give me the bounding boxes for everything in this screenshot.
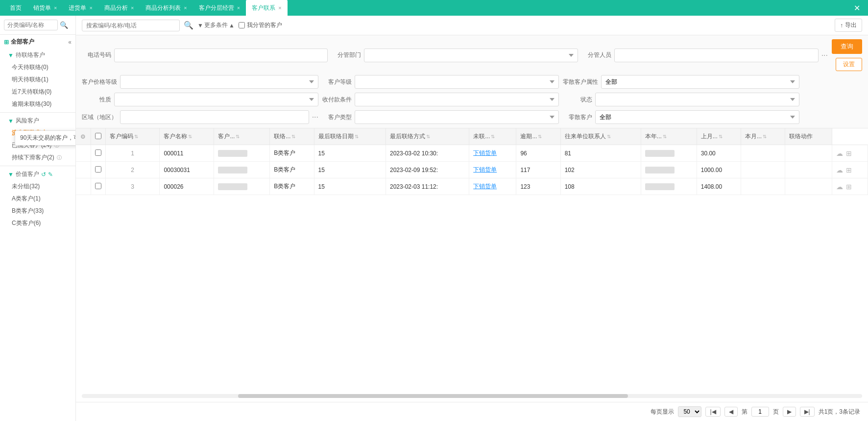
page-number-input[interactable] (751, 407, 769, 417)
sidebar-search-icon[interactable]: 🔍 (60, 21, 68, 29)
my-customers-checkbox-label[interactable]: 我分管的客户 (239, 21, 282, 29)
sidebar-risk-section[interactable]: ▼ 风险客户 (0, 115, 75, 127)
nature-label: 性质 (82, 96, 111, 104)
sidebar-item-ungrouped[interactable]: 未分组(32) (0, 180, 75, 193)
settings-button[interactable]: 设置 (836, 58, 862, 71)
action-grid-icon-1[interactable]: ⊞ (846, 166, 852, 174)
row-checkbox-cell-1[interactable] (91, 162, 105, 178)
row-last-method-2[interactable]: 下销货单 (469, 178, 516, 195)
row-actions-2[interactable]: ☁ ⊞ (832, 178, 868, 195)
close-sales-tab[interactable]: × (54, 5, 57, 11)
first-page-button[interactable]: |◀ (705, 407, 720, 417)
row-contact-0: 15 (314, 145, 386, 162)
row-actions-1[interactable]: ☁ ⊞ (832, 162, 868, 178)
filter-search-button[interactable]: 🔍 (184, 21, 193, 30)
row-last-method-1[interactable]: 下销货单 (469, 162, 516, 178)
top-bar: 首页 销货单 × 进货单 × 商品分析 × 商品分析列表 × 客户分层经营 × … (0, 0, 868, 16)
row-checkbox-0[interactable] (95, 149, 101, 156)
export-button[interactable]: ↑ 导出 (835, 19, 862, 32)
refresh-icon[interactable]: ↺ (41, 171, 46, 178)
zero-select[interactable]: 全部 (595, 110, 799, 124)
th-contacts: 往来单位联系人⇅ (560, 128, 641, 145)
customer-type-select[interactable] (355, 110, 559, 124)
action-chat-icon-2[interactable]: ☁ (836, 183, 843, 191)
prev-page-button[interactable]: ◀ (724, 407, 738, 417)
next-page-button[interactable]: ▶ (783, 407, 796, 417)
row-name-2 (214, 178, 270, 195)
tab-purchase[interactable]: 进货单 × (63, 0, 98, 16)
filter-search-input[interactable] (82, 20, 180, 31)
sidebar-pending-section[interactable]: ▼ 待联络客户 (0, 49, 75, 61)
tab-sales[interactable]: 销货单 × (27, 0, 63, 16)
row-unlisted-0: 96 (516, 145, 560, 162)
tab-customer-tier[interactable]: 客户分层经营 × (193, 0, 246, 16)
horizontal-scrollbar[interactable] (82, 394, 862, 398)
action-chat-icon-1[interactable]: ☁ (836, 166, 843, 174)
action-chat-icon-0[interactable]: ☁ (836, 149, 843, 157)
sidebar-item-declining[interactable]: 持续下滑客户(2) ⓘ (0, 151, 75, 164)
filter-payment-field: 收付款条件 (322, 93, 559, 106)
filter-price-level-field: 客户价格等级 (82, 75, 318, 89)
close-customer-contact-tab[interactable]: × (278, 5, 281, 11)
sidebar-item-overdue[interactable]: 逾期未联络(30) (0, 98, 75, 110)
sidebar-item-7days[interactable]: 近7天待联络(0) (0, 86, 75, 98)
th-settings[interactable]: ⚙ (76, 128, 91, 145)
th-checkbox[interactable] (91, 128, 105, 145)
sidebar-item-tomorrow[interactable]: 明天待联络(1) (0, 74, 75, 86)
tab-customer-contact[interactable]: 客户联系 × (246, 0, 287, 16)
sidebar-search-input[interactable] (4, 20, 58, 30)
price-level-select[interactable] (120, 75, 318, 89)
sidebar-all-customers[interactable]: ⊞ 全部客户 « (0, 35, 75, 49)
row-last-method-0[interactable]: 下销货单 (469, 145, 516, 162)
row-checkbox-cell-0[interactable] (91, 145, 105, 162)
row-actions-0[interactable]: ☁ ⊞ (832, 145, 868, 162)
close-purchase-tab[interactable]: × (89, 5, 92, 11)
window-close-button[interactable]: ✕ (850, 3, 864, 13)
filter-status-field: 状态 (563, 93, 799, 106)
sidebar-item-today[interactable]: 今天待联络(0) (0, 61, 75, 74)
close-product-analysis-tab[interactable]: × (131, 5, 134, 11)
arrow-down-icon-3: ▼ (8, 171, 14, 178)
query-button[interactable]: 查询 (832, 39, 862, 54)
region-more-icon[interactable]: ··· (312, 113, 318, 122)
level-select[interactable] (355, 75, 559, 89)
row-overdue-2: 108 (560, 178, 641, 195)
sidebar-value-section[interactable]: ▼ 价值客户 ↺ ✎ (0, 168, 75, 180)
sidebar-item-class-a[interactable]: A类客户(1) (0, 193, 75, 205)
filter-more-button[interactable]: ▼ 更多条件 ▲ (197, 21, 235, 29)
status-select[interactable] (595, 93, 799, 106)
row-gear-0 (76, 145, 91, 162)
close-product-list-tab[interactable]: × (184, 5, 187, 11)
zero-attr-select[interactable]: 全部 (601, 75, 799, 89)
churn-tooltip: 90天未交易的客户，可能有流失风险。 (15, 130, 76, 146)
sidebar-item-class-b[interactable]: B类客户(33) (0, 205, 75, 217)
row-checkbox-cell-2[interactable] (91, 178, 105, 195)
tab-product-list[interactable]: 商品分析列表 × (140, 0, 193, 16)
scroll-thumb[interactable] (238, 394, 628, 398)
per-page-select[interactable]: 50 (678, 406, 701, 417)
row-checkbox-2[interactable] (95, 183, 101, 189)
row-num-1: 2 (105, 162, 160, 178)
action-grid-icon-2[interactable]: ⊞ (846, 183, 852, 191)
nature-select[interactable] (114, 93, 318, 106)
phone-input[interactable] (114, 49, 328, 62)
edit-icon[interactable]: ✎ (48, 171, 53, 178)
payment-select[interactable] (355, 93, 559, 106)
manager-input[interactable] (614, 49, 819, 62)
close-customer-tier-tab[interactable]: × (237, 5, 240, 11)
dept-select[interactable] (364, 49, 578, 62)
row-checkbox-1[interactable] (95, 166, 101, 173)
arrow-down-icon-2: ▼ (8, 118, 14, 124)
price-level-label: 客户价格等级 (82, 78, 117, 86)
last-page-button[interactable]: ▶| (800, 407, 815, 417)
row-name-0 (214, 145, 270, 162)
my-customers-checkbox[interactable] (239, 22, 245, 28)
select-all-checkbox[interactable] (95, 133, 101, 139)
sidebar-item-class-c[interactable]: C类客户(6) (0, 217, 75, 229)
manager-more-icon[interactable]: ··· (821, 51, 828, 60)
tab-product-analysis[interactable]: 商品分析 × (98, 0, 140, 16)
customer-table: ⚙ 客户编码⇅ 客户名称⇅ 客户...⇅ 联络...⇅ 最后联络日期⇅ 最后联络… (76, 128, 868, 195)
region-input[interactable] (120, 110, 309, 124)
action-grid-icon-0[interactable]: ⊞ (846, 149, 852, 157)
tab-home[interactable]: 首页 (4, 0, 27, 16)
